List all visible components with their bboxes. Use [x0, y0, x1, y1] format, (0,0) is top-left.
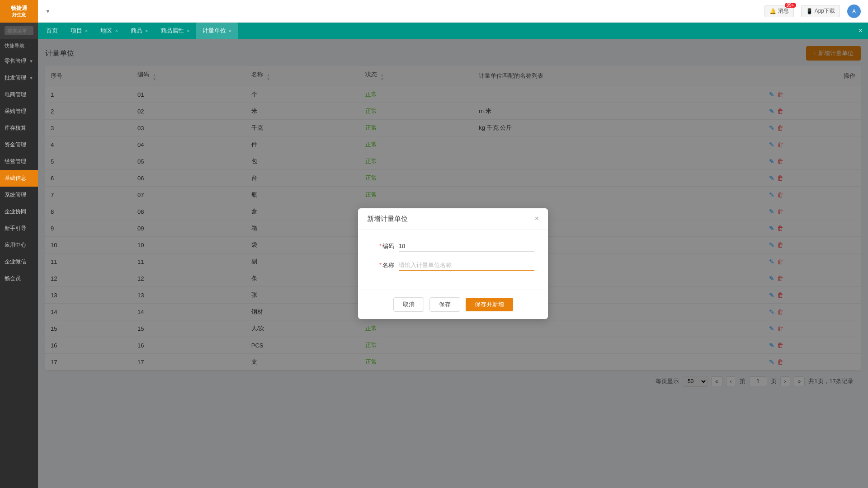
sidebar-item-membership[interactable]: 畅会员	[0, 270, 38, 287]
sidebar-item-ecommerce[interactable]: 电商管理	[0, 86, 38, 103]
tab-close-icon[interactable]: ×	[229, 28, 231, 33]
tab-label: 首页	[46, 27, 58, 35]
sidebar-item-system[interactable]: 系统管理	[0, 187, 38, 203]
close-all-tabs-icon[interactable]: ×	[855, 27, 866, 35]
sidebar-item-finance[interactable]: 资金管理	[0, 136, 38, 153]
sidebar-item-label: 电商管理	[5, 91, 26, 99]
tab-label: 项目	[71, 27, 82, 35]
user-avatar[interactable]: A	[847, 5, 861, 18]
modal-title: 新增计量单位	[367, 215, 408, 223]
header-left: ▼	[45, 8, 51, 14]
code-input[interactable]	[399, 241, 534, 252]
modal-close-button[interactable]: ×	[535, 215, 539, 223]
sidebar-item-label: 应用中心	[5, 241, 26, 249]
tab-label: 地区	[100, 27, 112, 35]
sidebar-item-label: 经营管理	[5, 158, 26, 165]
chevron-down-icon: ▼	[29, 75, 33, 80]
tab-close-icon[interactable]: ×	[145, 28, 148, 33]
sidebar-search-area[interactable]	[0, 23, 38, 39]
tab-close-icon[interactable]: ×	[187, 28, 189, 33]
header-dropdown[interactable]: ▼	[45, 8, 51, 14]
tab-region[interactable]: 地区 ×	[94, 23, 124, 39]
sidebar-item-collab[interactable]: 企业协同	[0, 203, 38, 220]
save-and-new-button[interactable]: 保存并新增	[466, 298, 513, 311]
app-download-button[interactable]: 📱 App下载	[801, 5, 840, 17]
name-input[interactable]	[399, 260, 534, 271]
notification-badge: 99+	[785, 3, 796, 8]
modal-footer: 取消 保存 保存并新增	[358, 290, 548, 319]
modal-header: 新增计量单位 ×	[358, 208, 548, 230]
content-area: 计量单位 + 新增计量单位 序号 编码 ▲▼ 名称	[38, 39, 868, 488]
sidebar-item-purchase[interactable]: 采购管理	[0, 103, 38, 120]
main-area: ▼ 🔔 消息 99+ 📱 App下载 A 首页 项目 × 地区 ×	[38, 0, 868, 488]
sidebar-item-label: 畅会员	[5, 275, 21, 282]
tab-project[interactable]: 项目 ×	[64, 23, 94, 39]
tab-label: 商品	[131, 27, 142, 35]
tab-close-icon[interactable]: ×	[85, 28, 88, 33]
tab-label: 商品属性	[160, 27, 184, 35]
name-label: 名称	[372, 261, 394, 269]
notification-label: 消息	[778, 7, 789, 15]
sidebar-item-label: 基础信息	[5, 174, 26, 182]
phone-icon: 📱	[806, 8, 813, 14]
sidebar-item-label: 批发管理	[5, 74, 26, 82]
save-button[interactable]: 保存	[429, 297, 460, 312]
code-label: 编码	[372, 242, 394, 250]
bell-icon: 🔔	[769, 8, 776, 14]
tab-close-icon[interactable]: ×	[115, 28, 118, 33]
sidebar-item-wholesale[interactable]: 批发管理 ▼	[0, 70, 38, 86]
sidebar: 畅捷通好生意 快捷导航 零售管理 ▼ 批发管理 ▼ 电商管理 采购管理 库存核算…	[0, 0, 38, 488]
sidebar-item-operations[interactable]: 经营管理	[0, 153, 38, 170]
sidebar-item-label: 新手引导	[5, 225, 26, 232]
tab-goods[interactable]: 商品 ×	[124, 23, 154, 39]
code-form-row: 编码	[372, 241, 534, 252]
sidebar-item-app-center[interactable]: 应用中心	[0, 237, 38, 253]
chevron-down-icon: ▼	[29, 59, 33, 64]
sidebar-item-label: 企业协同	[5, 208, 26, 216]
tab-unit[interactable]: 计量单位 ×	[196, 23, 238, 39]
sidebar-item-retail[interactable]: 零售管理 ▼	[0, 53, 38, 70]
modal-body: 编码 名称	[358, 230, 548, 290]
app-logo: 畅捷通好生意	[0, 0, 38, 23]
tab-home[interactable]: 首页	[40, 23, 64, 39]
quick-nav-label: 快捷导航	[0, 39, 38, 53]
sidebar-item-label: 资金管理	[5, 141, 26, 149]
sidebar-item-enterprise-wechat[interactable]: 企业微信	[0, 253, 38, 270]
header-right: 🔔 消息 99+ 📱 App下载 A	[764, 5, 861, 18]
modal-overlay: 新增计量单位 × 编码 名称 取消 保存 保存并新增	[38, 39, 868, 488]
sidebar-item-guide[interactable]: 新手引导	[0, 220, 38, 237]
sidebar-item-label: 企业微信	[5, 258, 26, 266]
name-form-row: 名称	[372, 260, 534, 271]
sidebar-item-label: 采购管理	[5, 108, 26, 115]
tab-label: 计量单位	[203, 27, 226, 35]
sidebar-item-inventory[interactable]: 库存核算	[0, 120, 38, 136]
logo-text: 畅捷通好生意	[11, 5, 27, 18]
search-input[interactable]	[5, 26, 33, 35]
top-header: ▼ 🔔 消息 99+ 📱 App下载 A	[38, 0, 868, 23]
sidebar-item-label: 库存核算	[5, 124, 26, 132]
notification-button[interactable]: 🔔 消息 99+	[764, 5, 794, 17]
tabs-bar: 首页 项目 × 地区 × 商品 × 商品属性 × 计量单位 × ×	[38, 23, 868, 39]
sidebar-item-basics[interactable]: 基础信息	[0, 170, 38, 187]
sidebar-item-label: 系统管理	[5, 191, 26, 199]
add-unit-modal: 新增计量单位 × 编码 名称 取消 保存 保存并新增	[358, 208, 548, 319]
app-download-label: App下载	[815, 7, 835, 15]
tab-goods-attr[interactable]: 商品属性 ×	[154, 23, 196, 39]
sidebar-item-label: 零售管理	[5, 57, 26, 65]
cancel-button[interactable]: 取消	[393, 297, 424, 312]
